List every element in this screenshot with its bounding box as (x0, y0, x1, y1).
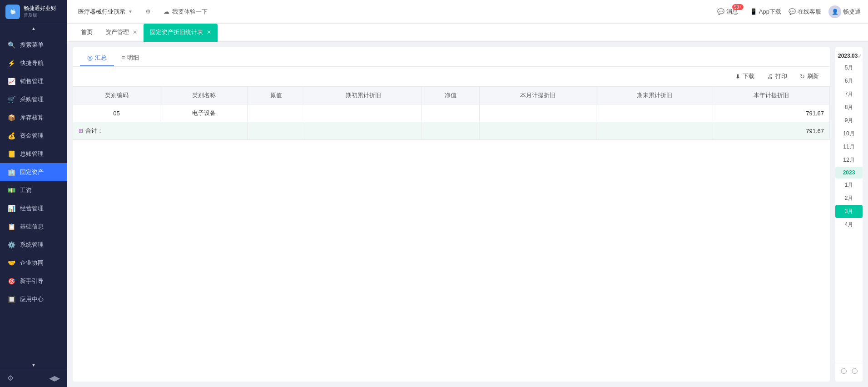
topbar-settings-button[interactable]: ⚙ (142, 5, 154, 18)
operations-icon: 📊 (7, 204, 15, 213)
sidebar-scroll-down[interactable]: ▼ (29, 362, 38, 368)
fixed-assets-icon: 🏢 (7, 168, 15, 176)
sidebar-scroll-up[interactable]: ▲ (29, 25, 38, 31)
tab-asset-mgmt[interactable]: 资产管理 ✕ (99, 24, 144, 42)
sidebar-item-apps[interactable]: 🔲 应用中心 (0, 290, 67, 308)
sub-tabs: ◎ 汇总 ≡ 明细 (73, 47, 830, 67)
col-period-end-accum-depr: 期末累计折旧 (596, 87, 713, 104)
month-item-2[interactable]: 2月 (835, 192, 863, 205)
subtotal-label-cell: ⊞ 合计： (73, 122, 248, 140)
month-item-5[interactable]: 5月 (835, 61, 863, 74)
company-dropdown-icon: ▼ (128, 9, 133, 14)
cell-initial-accum-depr (305, 104, 422, 122)
subtotal-initial-accum-depr (305, 122, 422, 140)
month-item-8[interactable]: 8月 (835, 101, 863, 114)
toolbar: ⬇ 下载 🖨 打印 ↻ 刷新 (73, 67, 830, 86)
sidebar-item-ledger[interactable]: 📒 总账管理 (0, 145, 67, 163)
sidebar-bottom: ⚙ ◀▶ (0, 369, 67, 387)
logo-icon: 畅 (5, 5, 20, 19)
sidebar-item-label: 快捷导航 (20, 59, 44, 67)
inventory-icon: 📦 (7, 114, 15, 122)
cell-code: 05 (73, 104, 160, 122)
app-logo: 畅 畅捷通好业财 普及版 (0, 0, 67, 24)
sub-tab-summary-label: 汇总 (95, 54, 107, 62)
tab-home[interactable]: 首页 (74, 24, 99, 42)
download-icon: ⬇ (735, 73, 740, 80)
cell-name: 电子设备 (160, 104, 248, 122)
ledger-icon: 📒 (7, 150, 15, 158)
sidebar-item-label: 资金管理 (20, 132, 44, 140)
download-button[interactable]: ⬇ 下载 (732, 70, 758, 82)
print-label: 打印 (775, 72, 787, 80)
month-item-9[interactable]: 9月 (835, 114, 863, 127)
system-icon: ⚙️ (7, 241, 15, 249)
subtotal-label: 合计： (85, 127, 103, 135)
experience-button[interactable]: ☁ 我要体验一下 (160, 6, 211, 18)
message-badge: 99+ (732, 4, 744, 10)
subtotal-period-end-accum-depr (596, 122, 713, 140)
tab-depreciation-close[interactable]: ✕ (207, 29, 211, 35)
message-icon: 💬 (717, 8, 724, 15)
sidebar-item-quicknav[interactable]: ⚡ 快捷导航 (0, 54, 67, 72)
sidebar-item-label: 经营管理 (20, 204, 44, 213)
month-item-10[interactable]: 10月 (835, 127, 863, 140)
date-panel-title: 2023.03 (838, 53, 858, 59)
refresh-label: 刷新 (807, 72, 819, 80)
sidebar-item-system[interactable]: ⚙️ 系统管理 (0, 236, 67, 254)
date-prev-button[interactable]: ◯ (839, 366, 848, 375)
col-initial-accum-depr: 期初累计折旧 (305, 87, 422, 104)
col-name: 类别名称 (160, 87, 248, 104)
tab-depreciation-label: 固定资产折旧统计表 (150, 28, 203, 36)
search-icon: 🔍 (7, 41, 15, 49)
month-item-7[interactable]: 7月 (835, 88, 863, 101)
sidebar-item-fund[interactable]: 💰 资金管理 (0, 127, 67, 145)
app-download-button[interactable]: 📱 App下载 (750, 8, 781, 16)
user-section[interactable]: 👤 畅捷通 (828, 5, 861, 18)
online-service-label: 在线客服 (798, 8, 821, 16)
sub-tab-detail[interactable]: ≡ 明细 (114, 51, 146, 66)
sidebar-item-inventory[interactable]: 📦 库存核算 (0, 109, 67, 127)
month-item-12[interactable]: 12月 (835, 154, 863, 167)
cell-period-end-accum-depr (596, 104, 713, 122)
subtotal-annual-depr: 791.67 (713, 122, 830, 140)
tab-depreciation[interactable]: 固定资产折旧统计表 ✕ (144, 24, 218, 42)
month-item-1[interactable]: 1月 (835, 179, 863, 192)
online-service-button[interactable]: 💬 在线客服 (789, 8, 821, 16)
month-item-3[interactable]: 3月 (835, 205, 863, 218)
settings-bottom-icon[interactable]: ⚙ (7, 374, 14, 382)
date-next-button[interactable]: ◯ (850, 366, 859, 375)
refresh-icon: ↻ (800, 73, 805, 80)
main-content: 医疗器械行业演示 ▼ ⚙ ☁ 我要体验一下 💬 消息 99+ 📱 App下载 💬… (67, 0, 868, 387)
sidebar-item-basicinfo[interactable]: 📋 基础信息 (0, 218, 67, 236)
logo-sub: 普及版 (24, 12, 56, 19)
sidebar-item-search[interactable]: 🔍 搜索菜单 (0, 36, 67, 54)
sidebar-item-sales[interactable]: 📈 销售管理 (0, 72, 67, 90)
message-button[interactable]: 💬 消息 99+ (717, 8, 738, 16)
sub-tab-summary[interactable]: ◎ 汇总 (80, 51, 114, 66)
month-item-6[interactable]: 6月 (835, 74, 863, 88)
print-button[interactable]: 🖨 打印 (764, 70, 791, 82)
user-name: 畅捷通 (843, 8, 861, 16)
month-item-4[interactable]: 4月 (835, 218, 863, 231)
quicknav-icon: ⚡ (7, 59, 15, 67)
table-subtotal-row: ⊞ 合计： 791.67 (73, 122, 830, 140)
sidebar-item-operations[interactable]: 📊 经营管理 (0, 199, 67, 218)
company-selector[interactable]: 医疗器械行业演示 ▼ (74, 6, 136, 18)
sidebar-item-payroll[interactable]: 💵 工资 (0, 181, 67, 199)
payroll-icon: 💵 (7, 186, 15, 194)
fund-icon: 💰 (7, 132, 15, 140)
collapse-sidebar-icon[interactable]: ◀▶ (49, 374, 60, 382)
year-marker-2023[interactable]: 2023 (835, 167, 863, 179)
sidebar-item-fixed-assets[interactable]: 🏢 固定资产 (0, 163, 67, 181)
tab-asset-mgmt-close[interactable]: ✕ (133, 29, 137, 35)
sidebar-item-purchase[interactable]: 🛒 采购管理 (0, 90, 67, 109)
sidebar-item-enterprise[interactable]: 🤝 企业协同 (0, 254, 67, 272)
month-item-11[interactable]: 11月 (835, 140, 863, 154)
sales-icon: 📈 (7, 77, 15, 85)
logo-title: 畅捷通好业财 (24, 5, 56, 12)
sidebar-item-guide[interactable]: 🎯 新手引导 (0, 272, 67, 290)
apps-icon: 🔲 (7, 295, 15, 303)
refresh-button[interactable]: ↻ 刷新 (796, 70, 823, 82)
main-panel: ◎ 汇总 ≡ 明细 ⬇ 下载 🖨 打印 ↻ (73, 47, 830, 382)
date-panel-expand-icon[interactable]: ⤢ (858, 53, 862, 59)
